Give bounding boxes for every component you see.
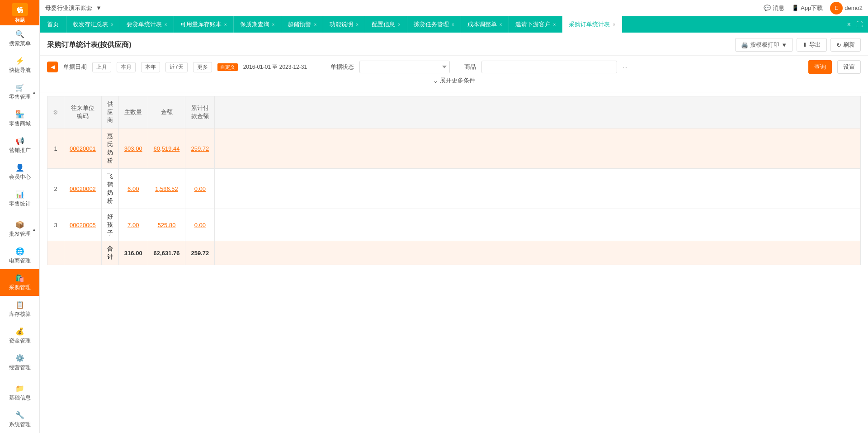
tab-invite-downstream-label: 邀请下游客户 (515, 20, 551, 29)
cell-paid[interactable]: 259.72 (185, 128, 215, 169)
sidebar-item-quick-nav[interactable]: ⚡ 快捷导航 (0, 52, 40, 79)
sidebar-item-label: 零售管理 (9, 93, 31, 101)
tab-order-stat[interactable]: 要货单统计表 × (120, 16, 174, 33)
tab-config-info-close[interactable]: × (398, 22, 401, 27)
tab-config-info[interactable]: 配置信息 × (365, 16, 407, 33)
footer-amount: 62,631.76 (148, 241, 185, 265)
cell-amount[interactable]: 525.80 (148, 209, 185, 241)
tab-pick-task[interactable]: 拣货任务管理 × (407, 16, 461, 33)
footer-empty-2 (64, 241, 102, 265)
sidebar-item-search[interactable]: 🔍 搜索菜单 (0, 25, 40, 52)
cell-amount[interactable]: 1,586.52 (148, 169, 185, 209)
tab-overstock[interactable]: 超储预警 × (281, 16, 323, 33)
goods-filter-label: 商品 (464, 63, 476, 71)
export-btn[interactable]: ⬇ 导出 (797, 38, 827, 52)
tab-purchase-stat-close[interactable]: × (613, 22, 615, 27)
sidebar-item-purchase[interactable]: 🛍️ 采购管理 (0, 269, 40, 296)
nav-fullscreen-btn[interactable]: ⛶ (854, 21, 864, 28)
retail-icon: 🛒 (15, 83, 24, 92)
tab-available-stock[interactable]: 可用量库存账本 × (174, 16, 234, 33)
goods-more-icon[interactable]: ··· (623, 64, 627, 71)
tab-func-desc-close[interactable]: × (356, 22, 359, 27)
date-range: 2016-01-01 至 2023-12-31 (243, 63, 307, 71)
tab-order-stat-label: 要货单统计表 (127, 20, 162, 29)
date-this-month-btn[interactable]: 本月 (117, 62, 136, 72)
tab-home[interactable]: 首页 (40, 16, 66, 33)
print-btn[interactable]: 🖨️ 按模板打印 ▼ (735, 38, 793, 52)
sidebar-item-finance[interactable]: 💰 资金管理 (0, 323, 40, 349)
expand-more-btn[interactable]: ⌄ 展开更多条件 (433, 76, 475, 85)
date-7days-btn[interactable]: 近7天 (165, 62, 188, 72)
cell-code[interactable]: 00020002 (64, 169, 102, 209)
tab-overstock-close[interactable]: × (314, 22, 316, 27)
sidebar-item-label: 零售商城 (9, 120, 31, 128)
sidebar-item-retail-mall[interactable]: 🏪 零售商城 (0, 105, 40, 132)
tab-order-stat-close[interactable]: × (165, 22, 167, 27)
tab-invite-downstream[interactable]: 邀请下游客户 × (509, 16, 563, 33)
download-icon: 📱 (792, 5, 799, 11)
page-content: 采购订单统计表(按供应商) 🖨️ 按模板打印 ▼ ⬇ 导出 ↻ 刷新 (40, 33, 868, 433)
tab-available-stock-close[interactable]: × (224, 22, 227, 27)
status-select[interactable] (359, 61, 450, 73)
settings-btn[interactable]: 设置 (837, 60, 861, 74)
tab-pick-task-close[interactable]: × (452, 22, 454, 27)
sidebar-item-retail[interactable]: 🛒 零售管理 (0, 79, 40, 105)
filter-collapse-btn[interactable]: ◀ (47, 62, 58, 72)
goods-input[interactable] (481, 61, 617, 73)
printer-icon: 🖨️ (741, 42, 748, 48)
cell-paid[interactable]: 0.00 (185, 209, 215, 241)
cell-paid[interactable]: 0.00 (185, 169, 215, 209)
stock-icon: 📋 (15, 300, 24, 309)
quick-nav-icon: ⚡ (15, 57, 24, 65)
tab-available-stock-label: 可用量库存账本 (180, 20, 222, 29)
tab-cost-adjust-close[interactable]: × (500, 22, 502, 27)
gear-icon[interactable]: ⚙ (53, 109, 58, 116)
user-profile[interactable]: E demo2 (830, 2, 863, 14)
footer-extra (215, 241, 861, 265)
tab-expiry-query-close[interactable]: × (272, 22, 275, 27)
member-icon: 👤 (15, 163, 24, 172)
tab-expiry-query[interactable]: 保质期查询 × (234, 16, 282, 33)
sidebar-item-label: 搜索菜单 (9, 40, 31, 48)
sidebar-item-retail-stat[interactable]: 📊 零售统计 (0, 186, 40, 212)
th-check[interactable]: ⚙ (47, 96, 64, 128)
th-paid: 累计付款金额 (185, 96, 215, 128)
cell-qty[interactable]: 303.00 (118, 128, 148, 169)
sidebar-item-marketing[interactable]: 📢 营销推广 (0, 132, 40, 159)
sidebar-item-operation[interactable]: ⚙️ 经营管理 (0, 349, 40, 376)
cell-extra (215, 128, 861, 169)
tab-collect-pay[interactable]: 收发存汇总表 × (66, 16, 120, 33)
ecommerce-icon: 🌐 (15, 247, 24, 256)
footer-qty: 316.00 (118, 241, 148, 265)
nav-close-all-btn[interactable]: × (845, 21, 853, 28)
tab-func-desc[interactable]: 功能说明 × (323, 16, 365, 33)
filter-row-1: ◀ 单据日期 上月 本月 本年 近7天 更多 自定义 2016-01-01 至 … (47, 60, 861, 74)
tab-cost-adjust[interactable]: 成本调整单 × (461, 16, 509, 33)
table-row: 2 00020002 飞鹤奶粉 6.00 1,586.52 0.00 (47, 169, 861, 209)
cell-amount[interactable]: 60,519.44 (148, 128, 185, 169)
tab-purchase-stat[interactable]: 采购订单统计表 × (562, 16, 622, 33)
cell-code[interactable]: 00020001 (64, 128, 102, 169)
sidebar-item-system[interactable]: 🔧 系统管理 (0, 406, 40, 433)
date-more-btn[interactable]: 更多 (193, 62, 212, 72)
workspace-selector[interactable]: 母婴行业演示账套 ▼ (45, 4, 102, 12)
sidebar-item-ecommerce[interactable]: 🌐 电商管理 (0, 243, 40, 269)
cell-qty[interactable]: 6.00 (118, 169, 148, 209)
tab-overstock-label: 超储预警 (288, 20, 311, 29)
cell-qty[interactable]: 7.00 (118, 209, 148, 241)
tab-invite-downstream-close[interactable]: × (553, 22, 556, 27)
sidebar-item-member[interactable]: 👤 会员中心 (0, 159, 40, 186)
date-last-month-btn[interactable]: 上月 (92, 62, 111, 72)
tab-collect-pay-close[interactable]: × (111, 22, 113, 27)
expand-more-row: ⌄ 展开更多条件 (47, 74, 861, 87)
refresh-btn[interactable]: ↻ 刷新 (830, 38, 861, 52)
sidebar-item-basic[interactable]: 📁 基础信息 (0, 380, 40, 406)
cell-code[interactable]: 00020005 (64, 209, 102, 241)
sidebar-item-label: 快捷导航 (9, 67, 31, 74)
query-btn[interactable]: 查询 (808, 60, 832, 74)
sidebar-item-stock[interactable]: 📋 库存核算 (0, 296, 40, 323)
app-download-btn[interactable]: 📱 App下载 (792, 4, 823, 12)
message-btn[interactable]: 💬 消息 (764, 4, 784, 12)
date-this-year-btn[interactable]: 本年 (141, 62, 160, 72)
sidebar-item-wholesale[interactable]: 📦 批发管理 (0, 216, 40, 243)
